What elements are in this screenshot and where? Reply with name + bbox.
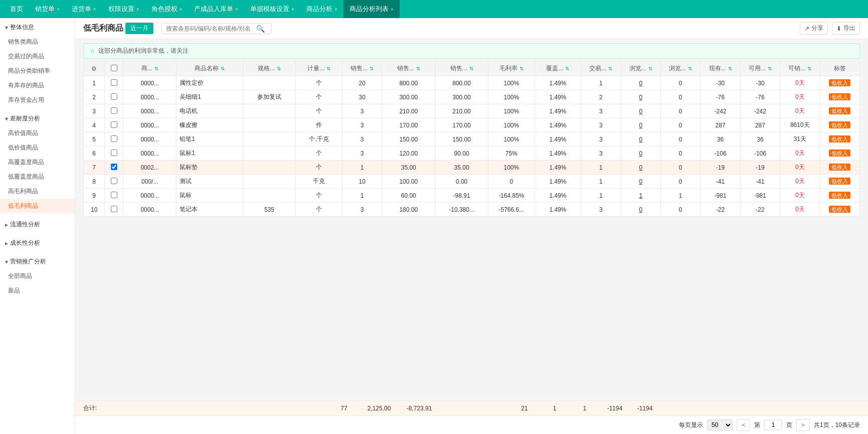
- nav-close-purchase[interactable]: ×: [93, 7, 96, 12]
- th-cover[interactable]: 覆盖...⇅: [535, 61, 581, 76]
- nav-item-sales[interactable]: 销货单 ×: [29, 0, 66, 18]
- cell-check-1[interactable]: [105, 90, 123, 104]
- sidebar-item-new-goods[interactable]: 新品: [0, 283, 75, 298]
- th-settings[interactable]: ⚙: [84, 61, 105, 76]
- sidebar-item-stock-fund[interactable]: 库存资金占用: [0, 93, 75, 107]
- sidebar-item-high-coverage[interactable]: 高覆盖度商品: [0, 155, 75, 170]
- search-icon[interactable]: 🔍: [256, 25, 265, 33]
- browse1-link-9[interactable]: 0: [639, 206, 642, 213]
- browse1-link-7[interactable]: 0: [639, 178, 642, 185]
- sidebar-section-header-flow[interactable]: ▸ 流通性分析: [0, 217, 75, 232]
- nav-item-role[interactable]: 角色授权 ×: [145, 0, 189, 18]
- page-size-select[interactable]: 50 100 200: [707, 419, 733, 430]
- nav-close-analysis[interactable]: ×: [334, 7, 337, 12]
- cell-check-2[interactable]: [105, 104, 123, 118]
- nav-item-template[interactable]: 单据模板设置 ×: [244, 0, 300, 18]
- row-checkbox-9[interactable]: [111, 206, 117, 212]
- th-margin-rate[interactable]: 毛利率⇅: [488, 61, 535, 76]
- sidebar-item-high-value[interactable]: 高价值商品: [0, 126, 75, 140]
- row-checkbox-4[interactable]: [111, 135, 117, 142]
- export-button[interactable]: ⬇ 导出: [832, 22, 860, 35]
- sidebar-item-sales-goods[interactable]: 销售类商品: [0, 35, 75, 49]
- row-checkbox-6[interactable]: [111, 164, 117, 170]
- row-checkbox-5[interactable]: [111, 150, 117, 156]
- browse1-link-1[interactable]: 0: [639, 94, 642, 101]
- cell-browse1-1[interactable]: 0: [621, 90, 660, 104]
- nav-close-permission[interactable]: ×: [136, 7, 139, 12]
- cell-check-6[interactable]: [105, 161, 123, 175]
- cell-browse1-8[interactable]: 1: [621, 189, 660, 203]
- row-checkbox-7[interactable]: [111, 178, 117, 184]
- sidebar-section-header-overall[interactable]: ▾ 整体信息: [0, 20, 75, 35]
- cell-check-3[interactable]: [105, 118, 123, 132]
- nav-close-analysis-list[interactable]: ×: [391, 7, 394, 12]
- cell-check-7[interactable]: [105, 175, 123, 189]
- th-browse1[interactable]: 浏览...⇅: [621, 61, 660, 76]
- th-stock-sellable[interactable]: 可销...⇅: [780, 61, 820, 76]
- cell-check-9[interactable]: [105, 203, 123, 217]
- cell-browse1-7[interactable]: 0: [621, 175, 660, 189]
- sidebar-section-header-marketing[interactable]: ▾ 营销推广分析: [0, 254, 75, 269]
- sidebar-item-stock-goods[interactable]: 有库存的商品: [0, 78, 75, 93]
- th-spec[interactable]: 规格...⇅: [243, 61, 296, 76]
- next-page-button[interactable]: ＞: [796, 419, 810, 431]
- cell-browse1-4[interactable]: 0: [621, 132, 660, 147]
- browse1-link-0[interactable]: 0: [639, 80, 642, 87]
- browse1-link-4[interactable]: 0: [639, 136, 642, 143]
- cell-check-8[interactable]: [105, 189, 123, 203]
- cell-browse1-3[interactable]: 0: [621, 118, 660, 132]
- nav-item-analysis-list[interactable]: 商品分析列表 ×: [343, 0, 400, 18]
- cell-browse1-6[interactable]: 0: [621, 161, 660, 175]
- th-sale-profit[interactable]: 销售...⇅: [435, 61, 488, 76]
- th-stock-current[interactable]: 现有...⇅: [701, 61, 740, 76]
- nav-close-template[interactable]: ×: [291, 7, 294, 12]
- select-all-checkbox[interactable]: [111, 65, 117, 71]
- nav-item-product-entry[interactable]: 产成品入库单 ×: [188, 0, 244, 18]
- sidebar-section-header-growth[interactable]: ▸ 成长性分析: [0, 236, 75, 250]
- row-checkbox-3[interactable]: [111, 121, 117, 128]
- browse1-link-5[interactable]: 0: [639, 150, 642, 157]
- cell-check-5[interactable]: [105, 147, 123, 161]
- row-checkbox-0[interactable]: [111, 79, 117, 86]
- share-button[interactable]: ↗ 分享: [800, 22, 828, 35]
- cell-check-0[interactable]: [105, 76, 123, 90]
- nav-item-purchase[interactable]: 进货单 ×: [66, 0, 102, 18]
- nav-item-analysis[interactable]: 商品分析 ×: [300, 0, 343, 18]
- th-sale-count[interactable]: 销售...⇅: [342, 61, 382, 76]
- row-checkbox-2[interactable]: [111, 107, 117, 114]
- cell-browse1-9[interactable]: 0: [621, 203, 660, 217]
- sidebar-item-low-value[interactable]: 低价值商品: [0, 140, 75, 155]
- browse1-link-6[interactable]: 0: [639, 164, 642, 171]
- th-stock-avail[interactable]: 可用...⇅: [740, 61, 780, 76]
- sidebar-item-low-margin[interactable]: 低毛利商品: [0, 199, 75, 213]
- browse1-link-3[interactable]: 0: [639, 122, 642, 129]
- nav-item-permission[interactable]: 权限设置 ×: [102, 0, 145, 18]
- sidebar-item-low-coverage[interactable]: 低覆盖度商品: [0, 170, 75, 184]
- cell-browse1-5[interactable]: 0: [621, 147, 660, 161]
- browse1-link-8[interactable]: 1: [639, 192, 642, 199]
- th-name[interactable]: 商品名称⇅: [177, 61, 243, 76]
- nav-close-product-entry[interactable]: ×: [235, 7, 238, 12]
- th-browse2[interactable]: 浏览...⇅: [660, 61, 700, 76]
- prev-page-button[interactable]: ＜: [737, 419, 750, 431]
- sidebar-item-traded-goods[interactable]: 交易过的商品: [0, 49, 75, 64]
- cell-check-4[interactable]: [105, 132, 123, 147]
- sidebar-section-header-diff[interactable]: ▾ 差耐度分析: [0, 111, 75, 126]
- nav-item-home[interactable]: 首页: [4, 0, 29, 18]
- sidebar-item-all-goods[interactable]: 全部商品: [0, 269, 75, 283]
- page-number-input[interactable]: [764, 420, 782, 430]
- row-checkbox-1[interactable]: [111, 93, 117, 100]
- search-input[interactable]: [166, 25, 256, 32]
- sidebar-item-category-rate[interactable]: 商品分类助销率: [0, 64, 75, 78]
- th-sale-price[interactable]: 销售...⇅: [382, 61, 435, 76]
- browse1-link-2[interactable]: 0: [639, 108, 642, 115]
- nav-close-role[interactable]: ×: [180, 7, 183, 12]
- th-trade[interactable]: 交易...⇅: [581, 61, 621, 76]
- th-unit[interactable]: 计量...⇅: [296, 61, 342, 76]
- row-checkbox-8[interactable]: [111, 192, 117, 198]
- time-filter-button[interactable]: 近一月: [125, 23, 153, 34]
- settings-icon[interactable]: ⚙: [91, 65, 97, 72]
- sidebar-item-high-margin[interactable]: 高毛利商品: [0, 184, 75, 199]
- nav-close-sales[interactable]: ×: [57, 7, 60, 12]
- cell-browse1-2[interactable]: 0: [621, 104, 660, 118]
